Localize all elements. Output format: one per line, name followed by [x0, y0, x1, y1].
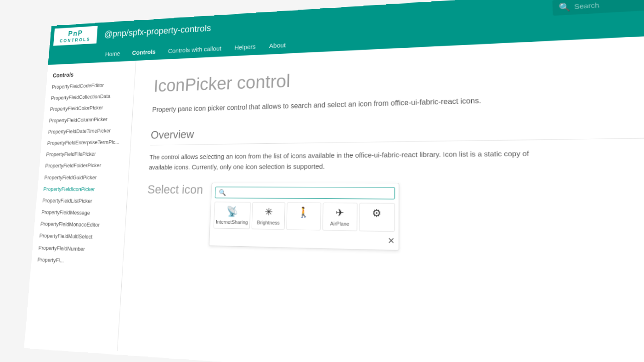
logo-controls: CONTROLS	[60, 37, 91, 43]
nav-item-about[interactable]: About	[262, 36, 293, 55]
logo-pnp: PnP	[68, 29, 83, 38]
icon-cell-settings[interactable]: ⚙	[359, 203, 395, 232]
logo-box: PnP CONTROLS	[53, 26, 98, 45]
page-description: Property pane icon picker control that a…	[152, 94, 508, 115]
icon-picker-panel: 🔍 📡 InternetSharing ✳ Brightness	[209, 183, 399, 251]
airplane-icon: ✈	[336, 207, 344, 219]
sidebar-item-listpicker[interactable]: PropertyFieldListPicker	[36, 195, 127, 207]
icon-cell-airplane[interactable]: ✈ AirPlane	[322, 203, 357, 231]
icon-grid: 📡 InternetSharing ✳ Brightness 🚶 ✈	[214, 202, 395, 232]
main-layout: Controls PropertyFieldCodeEditor Propert…	[24, 35, 644, 362]
internetsharing-icon: 📡	[226, 206, 238, 218]
search-box[interactable]: 🔍	[552, 0, 644, 16]
nav-item-helpers[interactable]: Helpers	[227, 38, 263, 57]
icon-cell-internetsharing[interactable]: 📡 InternetSharing	[214, 202, 251, 229]
settings-icon: ⚙	[372, 207, 382, 220]
sidebar-item-other[interactable]: PropertyFi...	[31, 254, 124, 269]
brightness-label: Brightness	[257, 220, 280, 226]
icon-picker-demo: Select icon 🔍 📡 InternetSharing ✳	[144, 183, 644, 257]
internetsharing-label: InternetSharing	[216, 219, 248, 225]
brightness-icon: ✳	[265, 206, 273, 218]
sidebar-item-enterprisetermpicker[interactable]: PropertyFieldEnterpriseTermPic...	[41, 136, 131, 149]
content-area: IconPicker control Property pane icon pi…	[118, 35, 644, 362]
search-icon: 🔍	[559, 2, 571, 12]
page-wrapper: PnP CONTROLS @pnp/spfx-property-controls…	[24, 0, 644, 362]
page-title: IconPicker control	[153, 56, 644, 96]
nav-item-controls[interactable]: Controls	[125, 43, 162, 62]
overview-title: Overview	[150, 119, 644, 146]
icon-picker-label: Select icon	[147, 183, 203, 197]
icon-cell-brightness[interactable]: ✳ Brightness	[252, 202, 286, 230]
sidebar-item-message[interactable]: PropertyFieldMessage	[35, 207, 126, 220]
close-button[interactable]: ✕	[388, 236, 395, 246]
overview-text: The control allows selecting an icon fro…	[148, 147, 562, 172]
sidebar-item-monacoeditor[interactable]: PropertyFieldMonacoEditor	[34, 218, 125, 232]
sidebar-item-iconpicker[interactable]: PropertyFieldIconPicker	[37, 183, 128, 195]
sidebar-item-datetimepicker[interactable]: PropertyFieldDateTimePicker	[42, 124, 131, 138]
sidebar: Controls PropertyFieldCodeEditor Propert…	[24, 61, 136, 351]
search-input[interactable]	[574, 0, 644, 11]
icon-cell-person[interactable]: 🚶	[287, 202, 321, 230]
sidebar-item-folderpicker[interactable]: PropertyFieldFolderPicker	[39, 159, 130, 172]
close-button-area: ✕	[213, 232, 395, 246]
airplane-label: AirPlane	[330, 221, 349, 227]
sidebar-item-guidpicker[interactable]: PropertyFieldGuidPicker	[38, 171, 129, 183]
icon-search-input[interactable]	[228, 189, 390, 197]
person-icon: 🚶	[298, 206, 310, 218]
icon-search-icon: 🔍	[219, 189, 226, 196]
sidebar-item-filepicker[interactable]: PropertyFieldFilePicker	[40, 148, 130, 160]
icon-search-box[interactable]: 🔍	[215, 187, 395, 199]
nav-item-home[interactable]: Home	[99, 45, 127, 62]
